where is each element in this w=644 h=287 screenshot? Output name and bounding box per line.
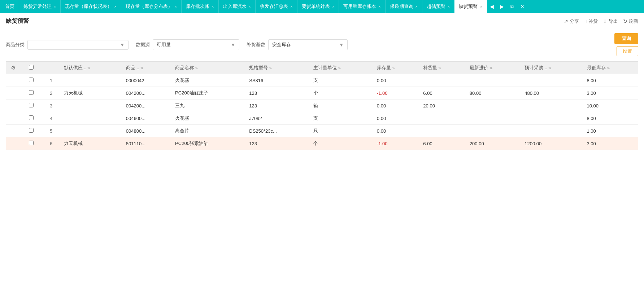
tab-close-overstock[interactable]: × [448,4,450,9]
share-button[interactable]: ↗ 分享 [564,18,579,25]
tab-close-inout-flow[interactable]: × [249,4,251,9]
row-stock-0: 0.00 [373,74,420,87]
table-header-row: ⚙ 默认供应... ⇅ 商品... [6,62,638,74]
tab-prev-btn[interactable]: ◀ [487,0,497,13]
tab-next-btn[interactable]: ▶ [497,0,507,13]
col-unit-header[interactable]: 主计量单位 ⇅ [310,62,373,74]
tab-home[interactable]: 首页 [1,0,19,13]
col-supplier-header[interactable]: 默认供应... ⇅ [60,62,122,74]
tab-order-stats[interactable]: 要货单统计表 × [297,0,339,13]
replenish-select[interactable]: 安全库存 ▼ [268,39,348,50]
tab-close-inventory-status[interactable]: × [114,4,116,9]
col-stock-header[interactable]: 库存量 ⇅ [373,62,420,74]
row-name-2: 三九 [171,100,245,112]
row-latest-price-4 [466,125,521,137]
tab-expiry[interactable]: 保质期查询 × [386,0,422,13]
row-supplier-5: 力天机械 [60,137,122,150]
row-spec-1: 123 [245,87,309,100]
replenish-value: 安全库存 [272,41,336,48]
row-name-3: 火花塞 [171,112,245,125]
row-code-0: 0000042 [122,74,171,87]
tab-close-batch-account[interactable]: × [212,4,214,9]
col-product-name-header[interactable]: 商品名称 ⇅ [171,62,245,74]
settings-button[interactable]: 设置 [617,46,638,56]
tab-close-inventory-dist[interactable]: × [175,4,177,9]
sort-name-icon: ⇅ [195,66,198,70]
tab-inventory-status[interactable]: 现存量（库存状况表） × [61,0,121,13]
close-all-btn[interactable]: ✕ [517,0,527,13]
tab-available-ledger[interactable]: 可用量库存账本 × [339,0,385,13]
tab-shortage[interactable]: 缺货预警 × [454,0,487,13]
col-latest-price-header[interactable]: 最新进价 ⇅ [466,62,521,74]
row-latest-price-0 [466,74,521,87]
datasource-select[interactable]: 可用量 ▼ [153,39,239,50]
row-select-4[interactable] [29,128,34,133]
tab-batch-account[interactable]: 库存批次账 × [182,0,218,13]
row-checkbox-1 [20,87,42,100]
refresh-button[interactable]: ↻ 刷新 [623,18,638,25]
row-unit-4: 只 [310,125,373,137]
header-actions: ↗ 分享 □ 补货 ⤓ 导出 ↻ 刷新 [564,18,638,25]
page-header: 缺货预警 ↗ 分享 □ 补货 ⤓ 导出 ↻ 刷新 [0,13,644,28]
col-spec-header[interactable]: 规格型号 ⇅ [245,62,309,74]
data-table: ⚙ 默认供应... ⇅ 商品... [6,61,638,150]
row-unit-0: 支 [310,74,373,87]
replenish-arrow-icon: ▼ [339,42,344,48]
col-min-stock-header[interactable]: 最低库存 ⇅ [583,62,638,74]
tab-close-shortage[interactable]: × [480,4,482,9]
select-all-checkbox[interactable] [29,65,34,70]
datasource-value: 可用量 [157,41,228,48]
tab-abnormal[interactable]: 炼货异常处理 × [19,0,61,13]
query-button[interactable]: 查询 [614,33,638,44]
col-product-code-header[interactable]: 商品... ⇅ [122,62,171,74]
row-code-2: 004200... [122,100,171,112]
tab-close-available-ledger[interactable]: × [378,4,380,9]
row-gear-1 [6,87,20,100]
row-supplier-1: 力天机械 [60,87,122,100]
row-est-purchase-1: 480.00 [521,87,583,100]
tab-bar: 首页 炼货异常处理 × 现存量（库存状况表） × 现存量（库存分布表） × 库存… [0,0,644,13]
row-select-2[interactable] [29,103,34,107]
row-spec-3: J7092 [245,112,309,125]
table-row: 4 004600... 火花塞 J7092 支 0.00 8.00 [6,112,638,125]
row-latest-price-3 [466,112,521,125]
col-checkbox-header [20,62,42,74]
tab-close-collect-summary[interactable]: × [290,4,292,9]
export-button[interactable]: ⤓ 导出 [603,18,618,25]
col-est-purchase-header[interactable]: 预计采购... ⇅ [521,62,583,74]
row-checkbox-5 [20,137,42,150]
row-replenish-qty-2: 20.00 [419,100,466,112]
replenish-button[interactable]: □ 补货 [584,18,598,25]
tab-close-order-stats[interactable]: × [332,4,334,9]
row-replenish-qty-1: 6.00 [419,87,466,100]
restore-btn[interactable]: ⧉ [507,0,517,13]
tab-collect-summary[interactable]: 收发存汇总表 × [256,0,297,13]
row-name-1: PC200油缸庄子 [171,87,245,100]
row-est-purchase-4 [521,125,583,137]
row-select-3[interactable] [29,115,34,120]
row-min-stock-5: 3.00 [583,137,638,150]
col-gear: ⚙ [6,62,20,74]
gear-button[interactable]: ⚙ [11,65,16,71]
row-replenish-qty-5: 6.00 [419,137,466,150]
row-supplier-2 [60,100,122,112]
tab-close-abnormal[interactable]: × [54,4,56,9]
row-select-1[interactable] [29,90,34,95]
row-unit-2: 箱 [310,100,373,112]
row-stock-4: 0.00 [373,125,420,137]
page-content: 缺货预警 ↗ 分享 □ 补货 ⤓ 导出 ↻ 刷新 商品分类 [0,13,644,287]
tab-overstock[interactable]: 超储预警 × [422,0,454,13]
table-row: 3 004200... 三九 123 箱 0.00 20.00 10.00 [6,100,638,112]
tab-inventory-dist[interactable]: 现存量（库存分布表） × [121,0,182,13]
row-select-5[interactable] [29,141,34,145]
row-min-stock-0: 8.00 [583,74,638,87]
row-min-stock-2: 10.00 [583,100,638,112]
tab-inout-flow[interactable]: 出入库流水 × [219,0,256,13]
tab-close-expiry[interactable]: × [415,4,418,9]
row-stock-3: 0.00 [373,112,420,125]
col-replenish-qty-header[interactable]: 补货量 ⇅ [419,62,466,74]
table-row: 6 力天机械 801110... PC200张紧油缸 123 个 -1.00 6… [6,137,638,150]
row-select-0[interactable] [29,78,34,82]
row-spec-4: DS250*23c... [245,125,309,137]
category-select[interactable]: ▼ [27,40,129,50]
